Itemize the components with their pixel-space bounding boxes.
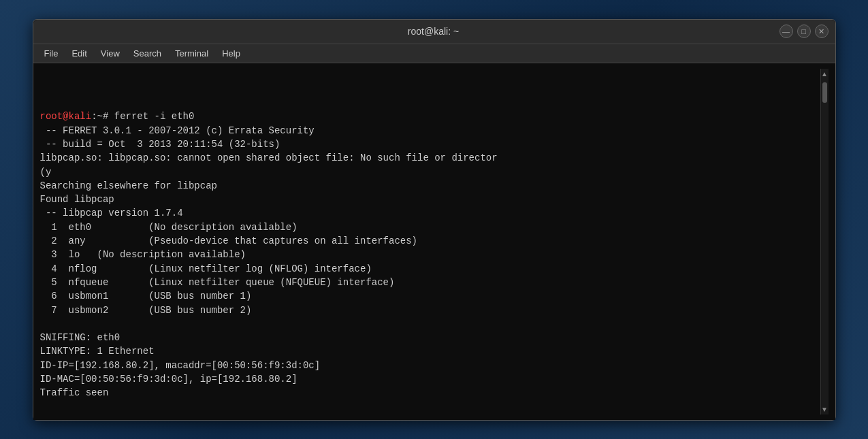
menu-bar: File Edit View Search Terminal Help — [33, 44, 835, 63]
prompt-path: :~# — [91, 111, 108, 122]
output-line-18: ID-MAC=[00:50:56:f9:3d:0c], ip=[192.168.… — [40, 372, 820, 386]
minimize-icon: — — [782, 27, 790, 35]
close-icon: ✕ — [818, 27, 824, 36]
output-line-13: 7 usbmon2 (USB bus number 2) — [40, 304, 820, 317]
output-line-14 — [40, 317, 820, 331]
menu-view[interactable]: View — [95, 46, 125, 61]
terminal-output: root@kali:~# ferret -i eth0 -- FERRET 3.… — [40, 69, 820, 414]
menu-help[interactable]: Help — [216, 46, 246, 61]
output-line-1: -- build = Oct 3 2013 20:11:54 (32-bits) — [40, 137, 820, 151]
command-line: root@kali:~# ferret -i eth0 — [40, 110, 820, 123]
output-line-19: Traffic seen — [40, 386, 820, 400]
title-bar: root@kali: ~ — □ ✕ — [33, 20, 835, 44]
output-line-3: (y — [40, 165, 820, 179]
window-title: root@kali: ~ — [88, 26, 779, 37]
output-line-9: 3 lo (No description available) — [40, 248, 820, 261]
output-line-17: ID-IP=[192.168.80.2], macaddr=[00:50:56:… — [40, 359, 820, 372]
output-line-12: 6 usbmon1 (USB bus number 1) — [40, 289, 820, 303]
menu-terminal[interactable]: Terminal — [170, 46, 214, 61]
scroll-down-arrow[interactable]: ▼ — [821, 404, 829, 414]
minimize-button[interactable]: — — [779, 25, 793, 38]
terminal-content[interactable]: root@kali:~# ferret -i eth0 -- FERRET 3.… — [33, 63, 835, 420]
scroll-up-arrow[interactable]: ▲ — [821, 69, 829, 79]
output-line-2: libpcap.so: libpcap.so: cannot open shar… — [40, 151, 820, 165]
menu-edit[interactable]: Edit — [66, 46, 92, 61]
menu-search[interactable]: Search — [128, 46, 167, 61]
menu-file[interactable]: File — [39, 46, 64, 61]
output-line-4: Searching elsewhere for libpcap — [40, 179, 820, 193]
scrollbar-thumb[interactable] — [822, 82, 827, 103]
window-controls: — □ ✕ — [779, 25, 829, 38]
output-line-7: 1 eth0 (No description available) — [40, 221, 820, 234]
maximize-icon: □ — [801, 27, 806, 35]
output-line-0: -- FERRET 3.0.1 - 2007-2012 (c) Errata S… — [40, 124, 820, 137]
output-line-5: Found libpcap — [40, 193, 820, 206]
maximize-button[interactable]: □ — [797, 25, 811, 38]
prompt-user: root@kali — [40, 111, 92, 122]
output-line-11: 5 nfqueue (Linux netfilter queue (NFQUEU… — [40, 276, 820, 289]
terminal-window: root@kali: ~ — □ ✕ File Edit View Search… — [33, 19, 836, 421]
output-line-8: 2 any (Pseudo-device that captures on al… — [40, 234, 820, 248]
output-line-15: SNIFFING: eth0 — [40, 331, 820, 344]
output-line-6: -- libpcap version 1.7.4 — [40, 206, 820, 220]
output-line-10: 4 nflog (Linux netfilter log (NFLOG) int… — [40, 262, 820, 276]
output-line-16: LINKTYPE: 1 Ethernet — [40, 344, 820, 358]
close-button[interactable]: ✕ — [815, 25, 829, 38]
scrollbar[interactable]: ▲ ▼ — [820, 69, 829, 414]
command-text: ferret -i eth0 — [108, 111, 194, 122]
